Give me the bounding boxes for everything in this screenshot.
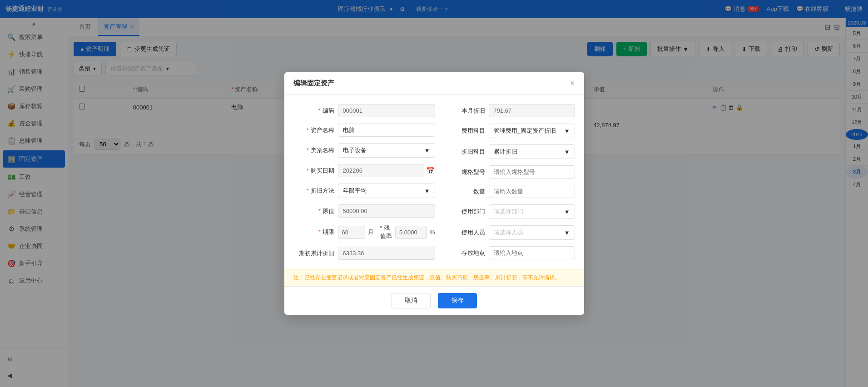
code-input[interactable]	[338, 104, 435, 117]
spec-input[interactable]	[489, 165, 575, 179]
quantity-input[interactable]	[489, 185, 575, 198]
original-value-input[interactable]	[338, 204, 435, 218]
category-name-label: 类别名称	[311, 147, 334, 154]
location-input[interactable]	[489, 246, 575, 259]
category-select[interactable]: 电子设备 ▼	[338, 143, 435, 158]
department-dropdown-icon: ▼	[564, 208, 570, 215]
original-value-label: 原值	[322, 208, 334, 214]
quantity-label: 数量	[444, 188, 485, 196]
asset-name-input[interactable]	[338, 124, 435, 137]
cancel-button[interactable]: 取消	[392, 293, 431, 308]
modal-note-text: 注：已经存在变更记录或者对应固定资产已经生成凭证，原值、购买日期、残值率、累计折…	[293, 274, 560, 281]
department-select[interactable]: 请选择部门 ▼	[489, 204, 575, 219]
personnel-dropdown-icon: ▼	[564, 229, 570, 236]
edit-asset-modal: 编辑固定资产 × * 编码 * 资产名称 * 类别名称 电子设备 ▼	[284, 72, 584, 315]
monthly-depreciation-label: 本月折旧	[444, 107, 485, 115]
code-label: 编码	[322, 107, 334, 114]
monthly-depreciation-input	[489, 104, 575, 117]
category-dropdown-icon: ▼	[424, 147, 430, 154]
modal-overlay: 编辑固定资产 × * 编码 * 资产名称 * 类别名称 电子设备 ▼	[0, 0, 868, 387]
residual-rate-label: * 残值率	[380, 224, 392, 240]
personnel-label: 使用人员	[444, 228, 485, 237]
spec-label: 规格型号	[444, 168, 485, 176]
calendar-icon[interactable]: 📅	[426, 166, 435, 175]
asset-name-label: 资产名称	[311, 127, 334, 134]
expense-subject-select[interactable]: 管理费用_固定资产折旧 ▼	[489, 124, 575, 138]
period-unit: 月	[368, 228, 374, 236]
purchase-date-label: 购买日期	[311, 167, 334, 174]
modal-title: 编辑固定资产	[293, 79, 334, 88]
modal-close-btn[interactable]: ×	[570, 79, 575, 88]
expense-dropdown-icon: ▼	[564, 128, 570, 134]
location-label: 存放地点	[444, 249, 485, 257]
expense-subject-label: 费用科目	[444, 127, 485, 135]
depreciation-method-select[interactable]: 年限平均 ▼	[338, 184, 435, 198]
residual-rate-input[interactable]	[395, 226, 427, 239]
depreciation-subject-label: 折旧科目	[444, 148, 485, 156]
period-label: 期限	[322, 228, 334, 235]
personnel-select[interactable]: 请选择人员 ▼	[489, 225, 575, 240]
purchase-date-input[interactable]	[338, 164, 424, 177]
depr-subject-dropdown-icon: ▼	[564, 149, 570, 155]
depreciation-method-label: 折旧方法	[311, 187, 334, 194]
initial-depreciation-label: 期初累计折旧	[293, 249, 334, 258]
department-label: 使用部门	[444, 208, 485, 216]
method-dropdown-icon: ▼	[424, 188, 430, 194]
initial-depreciation-input[interactable]	[338, 247, 435, 260]
residual-rate-unit: %	[430, 229, 435, 236]
save-button[interactable]: 保存	[438, 293, 477, 308]
period-input[interactable]	[338, 226, 365, 239]
depreciation-subject-select[interactable]: 累计折旧 ▼	[489, 144, 575, 159]
